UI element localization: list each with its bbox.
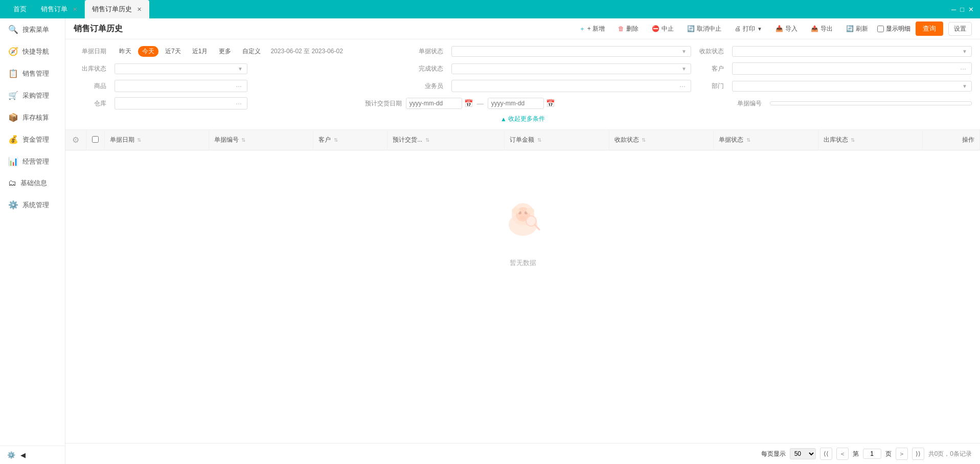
date-btn-yesterday[interactable]: 昨天 <box>115 46 136 57</box>
sidebar-collapse-icon[interactable]: ◀ <box>20 451 26 459</box>
doc-status-filter: 单据状态 ▼ <box>411 46 691 57</box>
filter-row-1: 单据日期 昨天 今天 近7天 近1月 更多 自定义 2023-06-02 至 2… <box>74 46 972 57</box>
svg-point-7 <box>520 216 526 220</box>
tab-sales-order-history[interactable]: 销售订单历史 ✕ <box>85 0 149 18</box>
th-doc-date[interactable]: 单据日期 ⇅ <box>104 130 209 150</box>
print-button[interactable]: 🖨 打印 ▼ <box>731 23 766 35</box>
sidebar-item-finance-mgmt[interactable]: 💰 资金管理 <box>0 128 65 150</box>
sidebar-item-purchase-mgmt[interactable]: 🛒 采购管理 <box>0 84 65 106</box>
date-btn-7days[interactable]: 近7天 <box>161 46 186 57</box>
doc-number-filter: 单据编号 <box>729 99 972 108</box>
product-label: 商品 <box>74 82 110 91</box>
last-page-btn[interactable]: ⟩⟩ <box>912 448 924 460</box>
date-to-input[interactable] <box>488 98 544 109</box>
receipt-status-label: 收款状态 <box>691 47 728 56</box>
empty-state: 暂无数据 <box>65 150 980 298</box>
salesperson-dots-btn[interactable]: ··· <box>677 82 688 90</box>
show-detail-checkbox[interactable] <box>877 26 884 32</box>
th-customer[interactable]: 客户 ⇅ <box>313 130 388 150</box>
close-tab-sales-order[interactable]: ✕ <box>73 6 77 13</box>
total-info: 共0页，0条记录 <box>928 450 972 458</box>
export-button[interactable]: 📤 导出 <box>807 23 837 35</box>
sidebar-item-operation-mgmt[interactable]: 📊 经营管理 <box>0 150 65 172</box>
tab-sales-order[interactable]: 销售订单 ✕ <box>34 0 85 18</box>
th-gear: ⚙ <box>65 130 86 150</box>
next-page-btn[interactable]: ＞ <box>896 448 908 460</box>
close-tab-sales-order-history[interactable]: ✕ <box>137 6 142 13</box>
sidebar-search[interactable]: 🔍 搜索菜单 <box>0 18 65 40</box>
sales-mgmt-icon: 📋 <box>8 69 18 78</box>
receipt-status-select[interactable]: ▼ <box>732 46 972 57</box>
outbound-status-select[interactable]: ▼ <box>115 63 247 74</box>
doc-status-dropdown-icon: ▼ <box>681 49 687 54</box>
window-minimize[interactable]: ─ <box>951 6 956 13</box>
select-all-checkbox[interactable] <box>92 136 99 143</box>
th-outbound-status[interactable]: 出库状态 ⇅ <box>818 130 922 150</box>
collapse-btn[interactable]: ▲ 收起更多条件 <box>500 115 545 123</box>
show-detail-checkbox-label[interactable]: 显示明细 <box>877 25 910 33</box>
calendar-from-icon[interactable]: 📅 <box>464 99 473 107</box>
gear-icon[interactable]: ⚙ <box>72 136 79 144</box>
sidebar-item-inventory-check[interactable]: 📦 库存核算 <box>0 106 65 128</box>
refresh-button[interactable]: 🔄 刷新 <box>842 23 872 35</box>
sidebar-item-basic-info[interactable]: 🗂 基础信息 <box>0 172 65 194</box>
date-btn-more[interactable]: 更多 <box>214 46 236 57</box>
page-word: 页 <box>885 450 892 458</box>
sidebar-settings-icon[interactable]: ⚙️ <box>7 451 15 459</box>
import-button[interactable]: 📥 导入 <box>771 23 802 35</box>
empty-svg <box>497 191 549 242</box>
date-options-group: 昨天 今天 近7天 近1月 更多 自定义 2023-06-02 至 2023-0… <box>115 46 343 57</box>
customer-filter: 客户 ··· <box>691 62 972 75</box>
th-doc-status[interactable]: 单据状态 ⇅ <box>714 130 818 150</box>
delete-button[interactable]: 🗑 删除 <box>614 23 643 35</box>
sort-doc-date-icon: ⇅ <box>137 137 141 143</box>
customer-dots-btn[interactable]: ··· <box>958 64 968 73</box>
th-operation-label: 操作 <box>962 136 974 143</box>
tab-home[interactable]: 首页 <box>6 0 34 18</box>
date-range-display: 2023-06-02 至 2023-06-02 <box>270 47 343 56</box>
date-from-input[interactable] <box>406 98 462 109</box>
th-doc-number[interactable]: 单据编号 ⇅ <box>209 130 313 150</box>
product-filter: 商品 ··· <box>74 80 411 92</box>
warehouse-dots-btn[interactable]: ··· <box>234 99 244 107</box>
settings-button[interactable]: 设置 <box>948 22 972 36</box>
cancel-stop-button[interactable]: 🔄 取消中止 <box>683 23 725 35</box>
page-number-input[interactable] <box>863 449 881 459</box>
stop-button[interactable]: ⛔ 中止 <box>648 23 678 35</box>
data-table: ⚙ 单据日期 ⇅ 单据编号 ⇅ <box>65 130 980 150</box>
date-btn-today[interactable]: 今天 <box>138 46 158 57</box>
new-button[interactable]: ＋ + 新增 <box>575 23 609 35</box>
page-size-select[interactable]: 50 20 100 <box>790 448 816 459</box>
complete-status-select[interactable]: ▼ <box>451 63 691 74</box>
th-order-amount[interactable]: 订单金额 ⇅ <box>505 130 609 150</box>
th-receipt-status[interactable]: 收款状态 ⇅ <box>609 130 713 150</box>
window-maximize[interactable]: □ <box>960 6 964 13</box>
sidebar-item-sales-mgmt[interactable]: 📋 销售管理 <box>0 62 65 84</box>
window-close[interactable]: ✕ <box>968 6 974 13</box>
prev-page-btn[interactable]: ＜ <box>836 448 849 460</box>
refresh-icon: 🔄 <box>846 25 854 32</box>
th-expected-date-label: 预计交货... <box>393 136 422 143</box>
system-mgmt-icon: ⚙️ <box>8 200 18 210</box>
date-btn-custom[interactable]: 自定义 <box>238 46 265 57</box>
salesperson-label: 业务员 <box>411 82 447 91</box>
th-doc-date-label: 单据日期 <box>110 136 134 143</box>
date-from-group: 📅 — 📅 <box>406 98 555 109</box>
date-btn-1month[interactable]: 近1月 <box>188 46 213 57</box>
sidebar-item-system-mgmt[interactable]: ⚙️ 系统管理 <box>0 194 65 216</box>
calendar-to-icon[interactable]: 📅 <box>546 99 555 107</box>
th-checkbox <box>86 130 104 150</box>
product-dots-btn[interactable]: ··· <box>234 82 244 90</box>
sidebar-item-quick-nav[interactable]: 🧭 快捷导航 <box>0 40 65 62</box>
doc-status-select[interactable]: ▼ <box>451 46 691 57</box>
main-layout: 🔍 搜索菜单 🧭 快捷导航 📋 销售管理 🛒 采购管理 📦 库存核算 💰 资金管… <box>0 18 980 464</box>
page-size-label: 每页显示 <box>761 450 786 458</box>
first-page-btn[interactable]: ⟨⟨ <box>820 448 832 460</box>
th-receipt-status-label: 收款状态 <box>614 136 639 143</box>
department-select[interactable]: ▼ <box>732 81 972 92</box>
print-icon: 🖨 <box>735 25 741 32</box>
table-area: ⚙ 单据日期 ⇅ 单据编号 ⇅ <box>65 130 980 443</box>
query-button[interactable]: 查询 <box>916 21 943 36</box>
th-expected-date[interactable]: 预计交货... ⇅ <box>388 130 505 150</box>
finance-mgmt-icon: 💰 <box>8 135 18 144</box>
